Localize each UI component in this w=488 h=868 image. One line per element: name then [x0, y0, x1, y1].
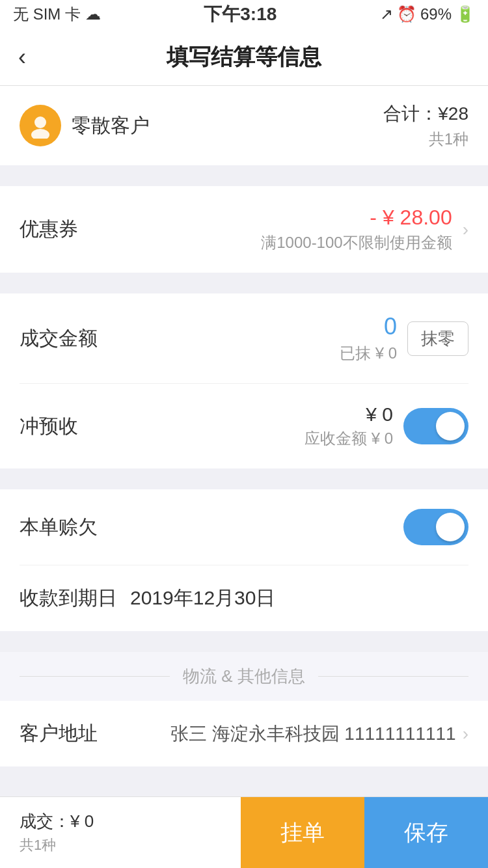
coupon-right: - ¥ 28.00 满1000-100不限制使用金额 › — [261, 206, 468, 253]
prepayment-row: 冲预收 ¥ 0 应收金额 ¥ 0 — [0, 384, 488, 468]
page-title: 填写结算等信息 — [167, 42, 321, 72]
prepayment-sub: 应收金额 ¥ 0 — [305, 428, 393, 449]
debt-card: 本单赊欠 收款到期日 2019年12月30日 — [0, 489, 488, 631]
customer-left: 零散客户 — [20, 105, 150, 146]
coupon-label: 优惠券 — [20, 216, 78, 243]
deal-amount-right: 0 已抹 ¥ 0 抹零 — [340, 313, 468, 364]
customer-right: 合计：¥28 共1种 — [383, 102, 468, 150]
location-icon: ↗ — [380, 5, 393, 23]
customer-name: 零散客户 — [72, 113, 150, 139]
debt-right — [403, 509, 468, 545]
deal-amount-row: 成交金额 0 已抹 ¥ 0 抹零 — [0, 293, 488, 383]
customer-count: 共1种 — [383, 129, 468, 150]
debt-label: 本单赊欠 — [20, 514, 98, 541]
nav-bar: ‹ 填写结算等信息 — [0, 29, 488, 86]
address-row[interactable]: 客户地址 张三 海淀永丰科技园 11111111111 › — [0, 701, 488, 766]
main-content: 零散客户 合计：¥28 共1种 优惠券 - ¥ 28.00 满1000-100不… — [0, 86, 488, 766]
deal-amount-label: 成交金额 — [20, 325, 98, 352]
svg-point-0 — [34, 116, 46, 128]
avatar — [20, 105, 61, 146]
no-sim-label: 无 SIM 卡 ☁ — [13, 4, 101, 25]
logistics-header: 物流 & 其他信息 — [0, 652, 488, 701]
alarm-icon: ⏰ — [397, 5, 416, 23]
customer-card: 零散客户 合计：¥28 共1种 — [0, 86, 488, 165]
prepayment-amount: ¥ 0 — [305, 403, 393, 426]
battery-icon: 🔋 — [455, 5, 475, 23]
status-left: 无 SIM 卡 ☁ — [13, 4, 101, 25]
gap-4 — [0, 642, 488, 652]
bottom-deal-amount: 成交：¥ 0 — [20, 810, 221, 833]
logistics-title: 物流 & 其他信息 — [183, 665, 305, 688]
gap-3 — [0, 479, 488, 489]
round-zero-button[interactable]: 抹零 — [407, 321, 468, 356]
customer-row: 零散客户 合计：¥28 共1种 — [0, 86, 488, 165]
bottom-deal-value: ¥ 0 — [70, 811, 94, 831]
logistics-line-left — [20, 676, 170, 677]
deal-amount-value: 0 — [340, 313, 397, 340]
deal-amount-sub: 已抹 ¥ 0 — [340, 343, 397, 364]
bottom-info: 成交：¥ 0 共1种 — [0, 810, 241, 855]
gap-2 — [0, 283, 488, 293]
bottom-deal-label: 成交： — [20, 811, 70, 831]
svg-point-1 — [31, 129, 49, 139]
address-card[interactable]: 客户地址 张三 海淀永丰科技园 11111111111 › — [0, 701, 488, 766]
chevron-right-icon: › — [463, 219, 468, 240]
deal-amount-card: 成交金额 0 已抹 ¥ 0 抹零 冲预收 ¥ 0 应收金额 ¥ 0 — [0, 293, 488, 468]
status-right: ↗ ⏰ 69% 🔋 — [380, 5, 475, 23]
due-date-label: 收款到期日 — [20, 585, 117, 612]
prepayment-toggle[interactable] — [403, 408, 468, 444]
status-bar: 无 SIM 卡 ☁ 下午3:18 ↗ ⏰ 69% 🔋 — [0, 0, 488, 29]
user-avatar-icon — [27, 113, 53, 139]
address-chevron-icon: › — [463, 724, 468, 744]
address-value: 张三 海淀永丰科技园 11111111111 — [98, 722, 456, 746]
due-date-row: 收款到期日 2019年12月30日 — [0, 565, 488, 631]
due-date-value: 2019年12月30日 — [130, 585, 275, 612]
debt-toggle[interactable] — [403, 509, 468, 545]
hang-button[interactable]: 挂单 — [241, 797, 364, 869]
logistics-line-right — [318, 676, 468, 677]
coupon-card[interactable]: 优惠券 - ¥ 28.00 满1000-100不限制使用金额 › — [0, 186, 488, 273]
bottom-count: 共1种 — [20, 835, 221, 855]
customer-total: 合计：¥28 — [383, 102, 468, 126]
coupon-row[interactable]: 优惠券 - ¥ 28.00 满1000-100不限制使用金额 › — [0, 186, 488, 273]
coupon-discount: - ¥ 28.00 — [261, 206, 452, 230]
debt-row: 本单赊欠 — [0, 489, 488, 565]
save-button[interactable]: 保存 — [364, 797, 488, 869]
status-time: 下午3:18 — [204, 2, 277, 27]
gap-1 — [0, 176, 488, 186]
prepayment-label: 冲预收 — [20, 413, 78, 440]
back-button[interactable]: ‹ — [18, 44, 26, 71]
coupon-sub: 满1000-100不限制使用金额 — [261, 232, 452, 253]
address-label: 客户地址 — [20, 720, 98, 747]
battery-label: 69% — [420, 5, 452, 23]
bottom-bar: 成交：¥ 0 共1种 挂单 保存 — [0, 796, 488, 868]
prepayment-right: ¥ 0 应收金额 ¥ 0 — [305, 403, 468, 449]
